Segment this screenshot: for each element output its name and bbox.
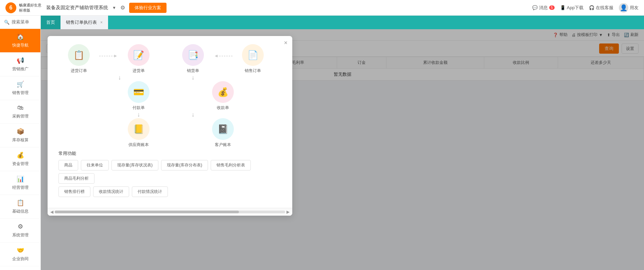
scroll-right-button[interactable]: ▶: [286, 210, 290, 214]
func-btn-sales-gross[interactable]: 销售毛利分析表: [211, 160, 251, 170]
sidebar-item-enterprise[interactable]: 🤝 企业协同: [0, 242, 40, 266]
inventory-icon: 📦: [17, 128, 24, 135]
experience-button[interactable]: 体验行业方案: [129, 3, 167, 13]
func-buttons-row1: 商品 往来单位 现存量(库存状况表) 现存量(库存分布表) 销售毛利分析表 商品…: [58, 160, 281, 184]
modal-scrollbar: ◀ ▶: [48, 208, 292, 216]
flow-node-purchase-bill[interactable]: 📝 进货单: [118, 44, 159, 74]
modal-close-button[interactable]: ×: [284, 39, 288, 47]
sidebar-item-operation[interactable]: 📊 经营管理: [0, 171, 40, 195]
page-content: ❓ 帮助 🖨 按模板打印 ▼ ⬆ 导出 🔄 刷新: [41, 29, 644, 270]
gear-button[interactable]: ⚙: [120, 4, 125, 11]
avatar: 👤: [619, 3, 628, 13]
base-icon: 📋: [17, 199, 24, 206]
tab-close-icon[interactable]: ×: [100, 20, 103, 25]
sidebar-item-system[interactable]: ⚙ 系统管理: [0, 219, 40, 242]
scrollbar-track: [55, 211, 285, 213]
flow-node-sales-order[interactable]: 📄 销售订单: [232, 44, 273, 74]
flow-node-sales-bill[interactable]: 📑 销货单: [173, 44, 213, 74]
flow-node-supplier-account[interactable]: 📒 供应商账本: [118, 118, 159, 148]
header-right: 💬 消息 5 📱 App下载 🎧 在线客服 👤 用友: [532, 3, 639, 13]
sidebar-item-newbie[interactable]: 📖 新手引导: [0, 266, 40, 270]
flow-node-payment[interactable]: 💳 付款单: [118, 81, 159, 111]
marketing-icon: 📢: [17, 57, 24, 64]
header-main: 装备及固定资产辅助管理系统 ▼ ⚙ 体验行业方案: [46, 3, 532, 13]
system-title: 装备及固定资产辅助管理系统: [46, 5, 108, 11]
tab-sales-order[interactable]: 销售订单执行表 ×: [60, 16, 108, 29]
scrollbar-thumb: [55, 211, 239, 213]
sidebar-search[interactable]: 🔍 搜索菜单: [0, 16, 40, 29]
sales-bill-circle[interactable]: 📑: [182, 44, 204, 66]
tab-bar: 首页 销售订单执行表 ×: [41, 16, 644, 29]
enterprise-icon: 🤝: [17, 247, 24, 254]
sidebar-item-inventory[interactable]: 📦 库存核算: [0, 124, 40, 147]
sidebar: 🔍 搜索菜单 🏠 快捷导航 📢 营销推广 🛒 销售管理 🛍 采购管理 📦 库存核…: [0, 16, 41, 270]
sidebar-item-sales[interactable]: 🛒 销售管理: [0, 76, 40, 100]
sales-order-label: 销售订单: [245, 68, 261, 74]
func-btn-payment-stats[interactable]: 付款情况统计: [132, 186, 168, 197]
home-icon: 🏠: [17, 33, 24, 40]
online-service-button[interactable]: 🎧 在线客服: [589, 5, 613, 11]
flow-node-customer-account[interactable]: 📓 客户账本: [203, 118, 243, 148]
finance-icon: 💰: [17, 151, 24, 159]
modal-content: 📋 进货订单: [48, 36, 292, 208]
supplier-circle[interactable]: 📒: [128, 118, 150, 140]
operation-icon: 📊: [17, 175, 24, 183]
flow-node-receipt[interactable]: 💰 收款单: [203, 81, 243, 111]
flow-node-purchase-order[interactable]: 📋 进货订单: [58, 44, 99, 74]
svg-marker-3: [215, 55, 217, 57]
purchase-order-label: 进货订单: [71, 68, 87, 74]
logo-area: 6 畅康通好生意 标准版: [5, 2, 46, 13]
common-functions: 常用功能 商品 往来单位 现存量(库存状况表) 现存量(库存分布表) 销售毛利分…: [58, 150, 281, 197]
system-icon: ⚙: [18, 223, 23, 230]
logo-icon: 6: [5, 2, 16, 13]
user-area[interactable]: 👤 用友: [619, 3, 639, 13]
tab-home[interactable]: 首页: [41, 16, 60, 29]
app-icon: 📱: [560, 5, 565, 10]
system-dropdown-button[interactable]: ▼: [112, 5, 116, 10]
arrow-purchase-to-bill: [99, 53, 118, 59]
func-btn-partners[interactable]: 往来单位: [81, 160, 109, 170]
customer-label: 客户账本: [215, 142, 231, 148]
sidebar-item-finance[interactable]: 💰 资金管理: [0, 147, 40, 171]
scroll-left-button[interactable]: ◀: [50, 210, 53, 214]
modal-overlay: × 📋: [41, 29, 644, 270]
sidebar-item-marketing[interactable]: 📢 营销推广: [0, 53, 40, 76]
func-btn-receipt-stats[interactable]: 收款情况统计: [93, 186, 129, 197]
sidebar-item-base[interactable]: 📋 基础信息: [0, 195, 40, 219]
sales-bill-label: 销货单: [187, 68, 199, 74]
func-btn-stock-dist[interactable]: 现存量(库存分布表): [161, 160, 208, 170]
modal-box: × 📋: [48, 36, 292, 216]
purchase-icon: 🛍: [17, 104, 23, 111]
message-button[interactable]: 💬 消息 5: [532, 5, 555, 11]
message-icon: 💬: [532, 5, 538, 10]
service-icon: 🎧: [589, 5, 594, 10]
search-icon: 🔍: [4, 20, 10, 25]
sidebar-item-purchase[interactable]: 🛍 采购管理: [0, 100, 40, 124]
sales-order-circle[interactable]: 📄: [242, 44, 264, 66]
payment-circle[interactable]: 💳: [128, 81, 150, 103]
func-btn-sales-rank[interactable]: 销售排行榜: [58, 186, 90, 197]
common-title: 常用功能: [58, 150, 281, 157]
sidebar-item-quick-nav[interactable]: 🏠 快捷导航: [0, 29, 40, 53]
purchase-bill-circle[interactable]: 📝: [128, 44, 150, 66]
svg-marker-1: [114, 55, 117, 57]
receipt-circle[interactable]: 💰: [212, 81, 234, 103]
func-btn-goods[interactable]: 商品: [58, 160, 78, 170]
arrow-sales-order-to-bill: [213, 53, 232, 59]
supplier-label: 供应商账本: [128, 142, 149, 148]
sales-icon: 🛒: [17, 80, 24, 88]
logo-text: 畅康通好生意 标准版: [19, 3, 41, 13]
func-buttons-row2: 销售排行榜 收款情况统计 付款情况统计: [58, 186, 281, 197]
customer-circle[interactable]: 📓: [212, 118, 234, 140]
top-header: 6 畅康通好生意 标准版 装备及固定资产辅助管理系统 ▼ ⚙ 体验行业方案 💬 …: [0, 0, 644, 16]
func-btn-stock-status[interactable]: 现存量(库存状况表): [111, 160, 158, 170]
app-download-button[interactable]: 📱 App下载: [560, 5, 584, 11]
content-area: 首页 销售订单执行表 × ❓ 帮助 🖨 按模板打印 ▼: [41, 16, 644, 270]
func-btn-goods-gross[interactable]: 商品毛利分析: [58, 173, 94, 184]
receipt-label: 收款单: [217, 105, 229, 111]
message-badge: 5: [549, 5, 555, 10]
purchase-bill-label: 进货单: [133, 68, 145, 74]
payment-label: 付款单: [133, 105, 145, 111]
purchase-order-circle[interactable]: 📋: [68, 44, 90, 66]
main-layout: 🔍 搜索菜单 🏠 快捷导航 📢 营销推广 🛒 销售管理 🛍 采购管理 📦 库存核…: [0, 16, 644, 270]
